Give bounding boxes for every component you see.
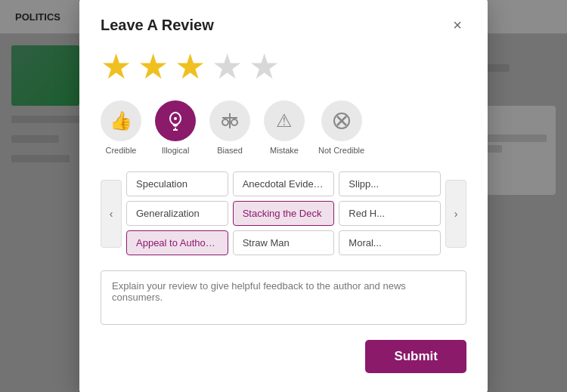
biased-icon-circle [209,100,250,141]
credible-label: Credible [106,146,137,155]
tags-wrapper: ‹ Speculation Anecdotal Evidence Slipp..… [101,171,466,255]
icon-credible[interactable]: 👍 Credible [101,100,141,155]
illogical-icon-circle [155,100,196,141]
mistake-label: Mistake [270,146,299,155]
credible-icon-circle: 👍 [101,100,141,141]
star-3[interactable]: ★ [175,49,206,84]
tag-red-herring[interactable]: Red H... [339,201,441,226]
biased-label: Biased [217,146,243,155]
svg-point-3 [174,117,177,120]
stars-row: ★ ★ ★ ★ ★ [101,49,466,84]
submit-button[interactable]: Submit [365,340,466,373]
icon-not-credible[interactable]: Not Credible [318,100,364,155]
tags-prev-button[interactable]: ‹ [101,180,122,248]
svg-point-7 [231,119,237,125]
tag-moral[interactable]: Moral... [339,230,441,255]
svg-point-6 [222,119,228,125]
mistake-icon-circle: ⚠ [264,100,305,141]
submit-row: Submit [101,340,466,373]
tag-stacking[interactable]: Stacking the Deck [233,201,335,226]
tag-strawman[interactable]: Straw Man [233,230,335,255]
rating-icons-row: 👍 Credible Illogical [101,100,466,155]
tags-grid: Speculation Anecdotal Evidence Slipp... … [126,171,441,255]
review-modal: Leave A Review × ★ ★ ★ ★ ★ 👍 Credible [79,0,488,392]
tag-appeal[interactable]: Appeal to Authority [126,230,228,255]
tag-speculation[interactable]: Speculation [126,171,228,196]
star-4[interactable]: ★ [212,49,243,84]
tag-slippery[interactable]: Slipp... [339,171,441,196]
star-5[interactable]: ★ [249,49,280,84]
not-credible-label: Not Credible [318,146,364,155]
icon-illogical[interactable]: Illogical [155,100,196,155]
star-2[interactable]: ★ [138,49,169,84]
star-1[interactable]: ★ [101,49,132,84]
icon-biased[interactable]: Biased [209,100,250,155]
tags-next-button[interactable]: › [445,180,466,248]
icon-mistake[interactable]: ⚠ Mistake [264,100,305,155]
illogical-label: Illogical [162,146,190,155]
not-credible-icon-circle [321,100,362,141]
review-textarea[interactable] [101,270,466,325]
modal-title: Leave A Review [101,17,214,34]
close-button[interactable]: × [448,16,466,34]
modal-header: Leave A Review × [101,16,466,34]
tag-generalization[interactable]: Generalization [126,201,228,226]
modal-backdrop: Leave A Review × ★ ★ ★ ★ ★ 👍 Credible [0,0,567,392]
tag-anecdotal[interactable]: Anecdotal Evidence [233,171,335,196]
